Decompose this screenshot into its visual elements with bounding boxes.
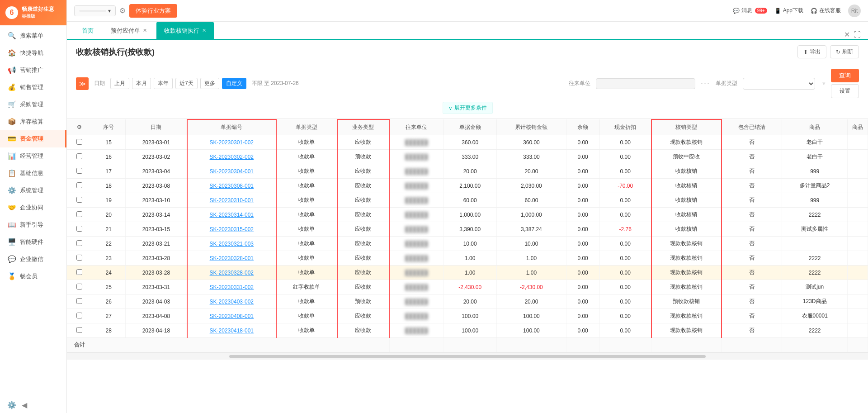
td-checkbox[interactable]	[67, 150, 92, 164]
td-balance: 0.00	[566, 135, 599, 150]
td-cancel-type: 收款核销	[651, 164, 722, 179]
row-checkbox[interactable]	[76, 298, 82, 304]
column-settings-icon[interactable]: ⚙	[77, 124, 82, 130]
message-btn[interactable]: 💬 消息 99+	[733, 7, 767, 14]
tab-receipt[interactable]: 收款核销执行 ✕	[156, 22, 214, 39]
last-month-btn[interactable]: 上月	[110, 78, 129, 89]
row-checkbox[interactable]	[76, 269, 82, 275]
voucher-no-link[interactable]: SK-20230304-001	[210, 168, 254, 175]
row-checkbox[interactable]	[76, 197, 82, 203]
topbar-gear-icon[interactable]: ⚙	[119, 6, 126, 15]
td-voucher-no: SK-20230310-001	[187, 193, 276, 208]
sidebar-item-sales[interactable]: 💰销售管理	[0, 79, 66, 96]
collapse-icon[interactable]: ◀	[22, 401, 27, 409]
solution-btn[interactable]: 体验行业方案	[129, 4, 177, 18]
row-checkbox[interactable]	[76, 182, 82, 188]
td-balance: 0.00	[566, 294, 599, 309]
voucher-no-link[interactable]: SK-20230331-002	[210, 284, 254, 290]
service-btn[interactable]: 🎧 在线客服	[811, 7, 841, 14]
sidebar-item-enterprise[interactable]: 🤝企业协同	[0, 199, 66, 216]
this-year-btn[interactable]: 本年	[154, 78, 173, 89]
tab-close-all-icon[interactable]: ✕	[844, 30, 850, 39]
custom-date-btn[interactable]: 自定义	[222, 78, 246, 89]
td-product: 2222	[782, 323, 848, 338]
voucher-no-link[interactable]: SK-20230314-001	[210, 212, 254, 218]
more-filter-dots[interactable]: ···	[701, 79, 710, 88]
refresh-btn[interactable]: ↻ 刷新	[830, 45, 859, 58]
sidebar-item-marketing[interactable]: 📢营销推广	[0, 62, 66, 79]
voucher-type-select[interactable]	[743, 78, 815, 90]
sidebar-item-quick[interactable]: 🏠快捷导航	[0, 44, 66, 62]
headset-icon: 🎧	[811, 8, 817, 14]
tab-advance[interactable]: 预付应付单 ✕	[103, 22, 155, 39]
tab-home[interactable]: 首页	[74, 22, 101, 39]
sidebar-item-finance[interactable]: 💳资金管理	[0, 130, 66, 147]
voucher-no-link[interactable]: SK-20230310-001	[210, 197, 254, 204]
sidebar-item-member[interactable]: 🏅畅会员	[0, 268, 66, 285]
settings-icon[interactable]: ⚙️	[7, 401, 16, 409]
row-checkbox[interactable]	[76, 211, 82, 217]
row-checkbox[interactable]	[76, 255, 82, 261]
collapse-filter-btn[interactable]: ≫	[76, 77, 89, 90]
sidebar-item-purchase[interactable]: 🛒采购管理	[0, 96, 66, 113]
sidebar-item-system[interactable]: ⚙️系统管理	[0, 182, 66, 199]
td-checkbox[interactable]	[67, 237, 92, 251]
expand-more-btn[interactable]: ∨ 展开更多条件	[443, 102, 493, 114]
td-checkbox[interactable]	[67, 135, 92, 150]
row-checkbox[interactable]	[76, 284, 82, 290]
voucher-no-link[interactable]: SK-20230403-002	[210, 299, 254, 305]
td-checkbox[interactable]	[67, 251, 92, 266]
voucher-no-link[interactable]: SK-20230315-002	[210, 226, 254, 233]
app-download-btn[interactable]: 📱 App下载	[774, 7, 803, 14]
row-checkbox[interactable]	[76, 139, 82, 145]
more-date-btn[interactable]: 更多	[200, 78, 219, 89]
query-btn[interactable]: 查询	[831, 69, 859, 82]
voucher-no-link[interactable]: SK-20230302-002	[210, 154, 254, 160]
partner-input[interactable]	[596, 78, 695, 89]
sidebar-item-guide[interactable]: 📖新手引导	[0, 216, 66, 233]
company-selector[interactable]: ▾	[74, 5, 116, 16]
row-checkbox[interactable]	[76, 226, 82, 232]
voucher-no-link[interactable]: SK-20230418-001	[210, 328, 254, 334]
voucher-no-link[interactable]: SK-20230408-001	[210, 313, 254, 319]
voucher-no-link[interactable]: SK-20230308-001	[210, 183, 254, 189]
td-checkbox[interactable]	[67, 294, 92, 309]
td-checkbox[interactable]	[67, 208, 92, 222]
td-checkbox[interactable]	[67, 222, 92, 237]
sidebar-item-wechat[interactable]: 💬企业微信	[0, 251, 66, 268]
tab-expand-icon[interactable]: ⛶	[854, 31, 861, 39]
th-settings[interactable]: ⚙	[67, 119, 92, 135]
receipt-tab-close[interactable]: ✕	[202, 28, 206, 33]
row-checkbox[interactable]	[76, 153, 82, 159]
row-checkbox[interactable]	[76, 168, 82, 174]
td-total-cancel: 100.00	[497, 309, 566, 323]
voucher-no-link[interactable]: SK-20230301-002	[210, 139, 254, 146]
horizontal-scrollbar[interactable]	[67, 352, 868, 360]
row-checkbox[interactable]	[76, 313, 82, 318]
voucher-no-link[interactable]: SK-20230328-002	[210, 270, 254, 276]
row-checkbox[interactable]	[76, 240, 82, 246]
td-checkbox[interactable]	[67, 266, 92, 280]
td-checkbox[interactable]	[67, 323, 92, 338]
sidebar-item-basic[interactable]: 📋基础信息	[0, 165, 66, 182]
advance-tab-close[interactable]: ✕	[143, 28, 147, 33]
td-product2	[848, 251, 868, 266]
last-7days-btn[interactable]: 近7天	[175, 78, 198, 89]
row-checkbox[interactable]	[76, 327, 82, 333]
voucher-no-link[interactable]: SK-20230321-003	[210, 241, 254, 247]
setting-btn[interactable]: 设置	[831, 84, 859, 98]
export-btn[interactable]: ⬆ 导出	[797, 45, 826, 58]
sidebar-item-search[interactable]: 🔍搜索菜单	[0, 27, 66, 44]
td-checkbox[interactable]	[67, 179, 92, 193]
voucher-no-link[interactable]: SK-20230328-001	[210, 255, 254, 261]
td-checkbox[interactable]	[67, 193, 92, 208]
sidebar-item-hardware[interactable]: 🖥️智能硬件	[0, 233, 66, 251]
td-checkbox[interactable]	[67, 280, 92, 294]
user-avatar[interactable]: Rit	[848, 5, 861, 17]
td-checkbox[interactable]	[67, 164, 92, 179]
sidebar-item-inventory[interactable]: 📦库存核算	[0, 113, 66, 130]
td-balance: 0.00	[566, 222, 599, 237]
this-month-btn[interactable]: 本月	[132, 78, 151, 89]
td-checkbox[interactable]	[67, 309, 92, 323]
sidebar-item-operation[interactable]: 📊经营管理	[0, 147, 66, 165]
